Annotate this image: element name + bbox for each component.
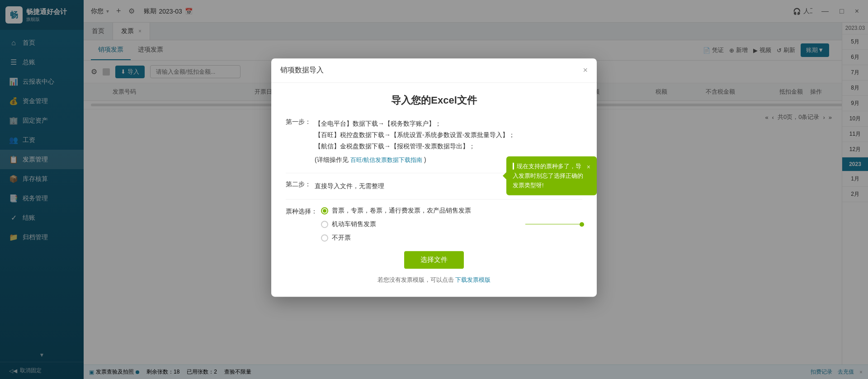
step1-detail: (详细操作见 百旺/航信发票数据下载指南 ) xyxy=(315,154,515,166)
tooltip-bubble: × 现在支持的票种多了，导入发票时别忘了选择正确的发票类型呀! xyxy=(506,156,597,195)
step1-label: 第一步： xyxy=(286,118,311,166)
radio-label-1: 普票，专票，卷票，通行费发票，农产品销售发票 xyxy=(332,207,471,215)
select-file-button[interactable]: 选择文件 xyxy=(404,251,464,269)
tooltip-dot xyxy=(580,222,584,227)
radio-row: 票种选择： 普票，专票，卷票，通行费发票，农产品销售发票 机动车销售发票 xyxy=(286,207,582,242)
modal-close-button[interactable]: × xyxy=(583,66,588,75)
radio-options: 普票，专票，卷票，通行费发票，农产品销售发票 机动车销售发票 不开票 xyxy=(321,207,471,242)
step1-line3: 【航信】金税盘数据下载→【报税管理-发票数据导出】； xyxy=(315,141,515,152)
step1-detail-suffix: ) xyxy=(424,156,426,163)
step1-detail-link[interactable]: 百旺/航信发票数据下载指南 xyxy=(350,156,423,163)
tooltip-connector xyxy=(525,222,584,227)
download-prefix: 若您没有发票模版，可以点击 xyxy=(377,276,454,283)
modal-header: 销项数据导入 × xyxy=(271,58,597,83)
step2-content: 直接导入文件，无需整理 xyxy=(315,180,384,192)
tooltip-text: 现在支持的票种多了，导入发票时别忘了选择正确的发票类型呀! xyxy=(513,163,583,189)
radio-circle-2 xyxy=(321,221,328,228)
tooltip-bubble-container: × 现在支持的票种多了，导入发票时别忘了选择正确的发票类型呀! xyxy=(506,156,597,195)
download-template-link[interactable]: 下载发票模版 xyxy=(455,276,491,283)
step1-line2: 【百旺】税控盘数据下载→【系统设置-系统参数设置-发票批量导入】； xyxy=(315,129,515,141)
modal-title: 销项数据导入 xyxy=(280,66,324,75)
tooltip-line xyxy=(525,224,580,225)
step2-label: 第二步： xyxy=(286,180,311,192)
step2-divider xyxy=(286,199,582,199)
step1-content: 【全电平台】数据下载→【税务数字账户】； 【百旺】税控盘数据下载→【系统设置-系… xyxy=(315,118,515,166)
download-row: 若您没有发票模版，可以点击 下载发票模版 xyxy=(286,276,582,284)
tooltip-arrow xyxy=(503,172,506,180)
radio-label-2: 机动车销售发票 xyxy=(332,220,376,228)
radio-label-3: 不开票 xyxy=(332,234,351,242)
radio-option-3[interactable]: 不开票 xyxy=(321,234,471,242)
radio-row-label: 票种选择： xyxy=(286,207,317,216)
step1-line1: 【全电平台】数据下载→【税务数字账户】； xyxy=(315,118,515,129)
radio-circle-3 xyxy=(321,234,328,242)
step1-detail-prefix: (详细操作见 xyxy=(315,156,349,163)
radio-circle-1 xyxy=(321,207,328,214)
tooltip-close-button[interactable]: × xyxy=(587,162,590,172)
radio-option-1[interactable]: 普票，专票，卷票，通行费发票，农产品销售发票 xyxy=(321,207,471,215)
radio-option-2[interactable]: 机动车销售发票 xyxy=(321,220,471,228)
modal-main-title: 导入您的Excel文件 xyxy=(286,94,582,107)
tooltip-content: 现在支持的票种多了，导入发票时别忘了选择正确的发票类型呀! xyxy=(513,163,583,189)
